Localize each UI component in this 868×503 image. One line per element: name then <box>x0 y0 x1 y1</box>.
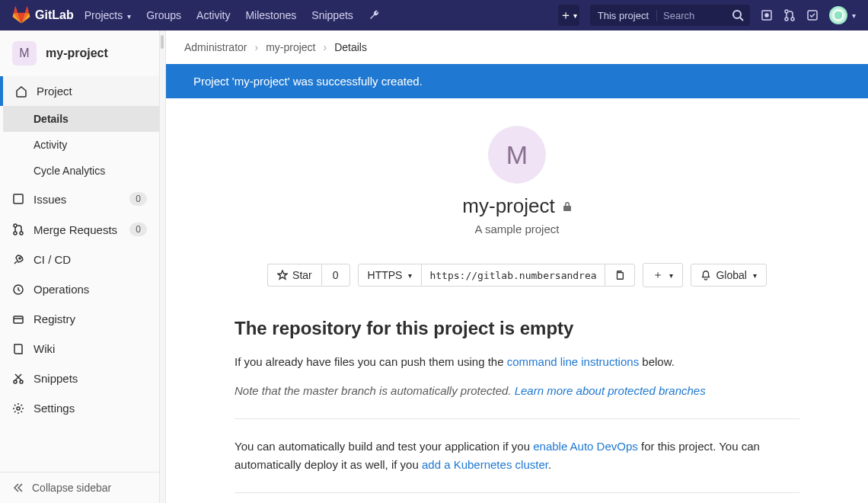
empty-repo-content: The repository for this project is empty… <box>166 318 868 503</box>
project-action-row: Star 0 HTTPS▾ ＋▾ Global▾ <box>166 263 868 287</box>
registry-icon <box>12 313 24 325</box>
issues-icon[interactable] <box>761 9 773 21</box>
top-navbar: GitLab Projects ▾ Groups Activity Milest… <box>0 0 868 30</box>
enable-auto-devops-link[interactable]: enable Auto DevOps <box>533 440 638 453</box>
sidebar-sub-cycle-analytics[interactable]: Cycle Analytics <box>3 158 159 184</box>
project-header: M my-project A sample project <box>166 98 868 254</box>
lock-icon <box>563 201 572 212</box>
project-title: my-project <box>462 194 571 218</box>
breadcrumb-project[interactable]: my-project <box>266 41 315 53</box>
star-button[interactable]: Star <box>267 264 321 287</box>
star-count[interactable]: 0 <box>321 264 350 287</box>
issues-icon <box>12 193 24 205</box>
svg-point-3 <box>785 10 788 13</box>
chevron-right-icon: › <box>254 41 258 53</box>
nav-projects[interactable]: Projects ▾ <box>85 9 131 21</box>
nav-groups[interactable]: Groups <box>146 9 181 21</box>
divider <box>235 492 799 493</box>
sidebar-resize-handle[interactable] <box>160 30 166 503</box>
gear-icon <box>12 402 24 415</box>
breadcrumb-current: Details <box>334 41 367 53</box>
plus-icon: ＋ <box>653 268 663 282</box>
collapse-sidebar-button[interactable]: Collapse sidebar <box>0 472 159 503</box>
chevron-right-icon: › <box>324 41 327 53</box>
sidebar-item-registry[interactable]: Registry <box>0 304 159 334</box>
nav-admin-wrench-icon[interactable] <box>369 9 381 21</box>
sidebar-sub-details[interactable]: Details <box>3 106 159 132</box>
sidebar-sub-activity[interactable]: Activity <box>3 132 159 158</box>
project-description: A sample project <box>166 223 868 235</box>
svg-point-11 <box>19 258 21 259</box>
sidebar-item-cicd[interactable]: CI / CD <box>0 245 159 274</box>
svg-point-8 <box>14 224 17 227</box>
issues-count-badge: 0 <box>129 192 147 206</box>
book-icon <box>12 343 24 355</box>
nav-links: Projects ▾ Groups Activity Milestones Sn… <box>85 9 558 21</box>
svg-point-14 <box>20 380 23 383</box>
protected-branch-note: Note that the master branch is automatic… <box>235 382 799 400</box>
sidebar-project-name: my-project <box>46 46 108 60</box>
svg-point-15 <box>17 407 20 410</box>
svg-rect-12 <box>14 316 23 323</box>
rocket-icon <box>12 254 24 266</box>
intro-text: If you already have files you can push t… <box>235 353 799 371</box>
sidebar-item-snippets[interactable]: Snippets <box>0 364 159 393</box>
gitlab-logo[interactable]: GitLab <box>12 6 74 24</box>
nav-milestones[interactable]: Milestones <box>245 9 296 21</box>
breadcrumb-admin[interactable]: Administrator <box>184 41 247 53</box>
sidebar-item-settings[interactable]: Settings <box>0 393 159 423</box>
operations-icon <box>12 284 24 296</box>
devops-text: You can automatically build and test you… <box>235 437 799 474</box>
user-menu[interactable]: ▾ <box>829 6 856 24</box>
add-dropdown[interactable]: ＋▾ <box>643 263 683 287</box>
flash-notice: Project 'my-project' was successfully cr… <box>166 64 868 98</box>
star-icon <box>277 270 288 280</box>
notification-dropdown[interactable]: Global▾ <box>691 264 766 287</box>
bell-icon <box>700 270 711 280</box>
protocol-dropdown[interactable]: HTTPS▾ <box>358 264 423 287</box>
empty-repo-heading: The repository for this project is empty <box>235 318 799 339</box>
snippets-icon <box>12 373 24 385</box>
protected-branches-link[interactable]: Learn more about protected branches <box>515 384 706 397</box>
copy-url-button[interactable] <box>605 264 635 287</box>
sidebar: M my-project Project Details Activity Cy… <box>0 30 160 503</box>
sidebar-item-project[interactable]: Project <box>0 76 159 106</box>
chevron-double-left-icon <box>12 482 24 494</box>
svg-point-13 <box>14 380 17 383</box>
search-button[interactable] <box>726 9 750 21</box>
search-box: This project <box>590 5 750 26</box>
svg-rect-16 <box>617 273 624 280</box>
svg-point-2 <box>765 14 768 17</box>
sidebar-item-wiki[interactable]: Wiki <box>0 334 159 364</box>
sidebar-item-issues[interactable]: Issues 0 <box>0 184 159 214</box>
sidebar-project-header[interactable]: M my-project <box>0 30 159 76</box>
project-avatar-icon: M <box>12 41 37 66</box>
svg-point-0 <box>733 11 741 18</box>
mr-count-badge: 0 <box>129 223 147 236</box>
merge-requests-icon[interactable] <box>783 9 796 21</box>
clone-url-input[interactable] <box>422 264 605 287</box>
add-k8s-link[interactable]: add a Kubernetes cluster <box>422 458 548 471</box>
divider <box>235 418 799 419</box>
todos-icon[interactable] <box>806 9 819 21</box>
sidebar-item-merge-requests[interactable]: Merge Requests 0 <box>0 214 159 245</box>
cli-instructions-link[interactable]: command line instructions <box>507 355 639 368</box>
svg-rect-7 <box>14 194 23 203</box>
nav-activity[interactable]: Activity <box>196 9 230 21</box>
sidebar-item-operations[interactable]: Operations <box>0 274 159 304</box>
search-input[interactable] <box>657 10 726 21</box>
user-avatar-icon <box>829 6 847 24</box>
svg-point-9 <box>14 232 17 235</box>
clipboard-icon <box>614 270 625 280</box>
nav-snippets[interactable]: Snippets <box>311 9 353 21</box>
svg-point-10 <box>20 232 23 235</box>
merge-icon <box>12 223 24 235</box>
new-dropdown[interactable]: ＋▾ <box>558 5 579 26</box>
breadcrumb: Administrator › my-project › Details <box>166 30 868 64</box>
search-scope[interactable]: This project <box>590 10 657 21</box>
brand-text: GitLab <box>35 8 74 22</box>
nav-right: ＋▾ This project ▾ <box>558 5 856 26</box>
svg-point-5 <box>791 18 794 21</box>
svg-point-4 <box>785 18 788 21</box>
gitlab-logo-icon <box>12 6 30 24</box>
